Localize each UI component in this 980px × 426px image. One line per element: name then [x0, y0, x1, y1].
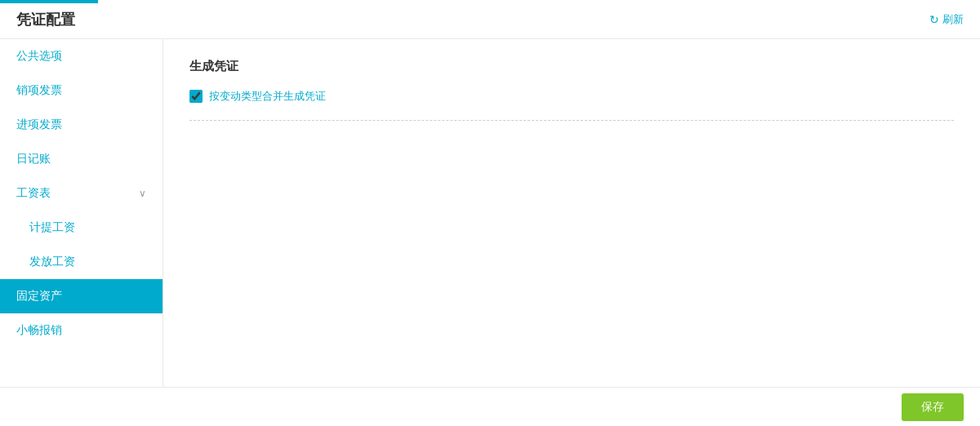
sidebar-item-fixed-assets[interactable]: 固定资产 [0, 279, 163, 313]
section-title: 生成凭证 [189, 59, 954, 74]
sidebar-item-payroll-accrual[interactable]: 计提工资 [0, 211, 163, 245]
sidebar-item-label: 固定资产 [16, 289, 62, 304]
sidebar-item-sales-invoice[interactable]: 销项发票 [0, 73, 163, 108]
save-button[interactable]: 保存 [902, 393, 964, 421]
sidebar-item-label: 日记账 [16, 152, 51, 166]
sidebar-item-label: 销项发票 [16, 83, 62, 98]
sidebar-item-label: 计提工资 [29, 220, 75, 235]
sidebar-item-payroll-payment[interactable]: 发放工资 [0, 245, 163, 279]
main-layout: 公共选项销项发票进项发票日记账工资表∨计提工资发放工资固定资产小畅报销 生成凭证… [0, 39, 980, 387]
sidebar-item-purchase-invoice[interactable]: 进项发票 [0, 108, 163, 142]
page-header: 凭证配置 ↻ 刷新 [0, 0, 980, 39]
page-footer: 保存 [0, 387, 980, 426]
merge-checkbox-label[interactable]: 按变动类型合并生成凭证 [209, 89, 326, 104]
sidebar-item-label: 小畅报销 [16, 323, 62, 338]
tab-indicator [0, 0, 98, 3]
refresh-label: 刷新 [942, 12, 964, 27]
sidebar-item-payroll[interactable]: 工资表∨ [0, 176, 163, 211]
merge-checkbox[interactable] [189, 90, 203, 103]
refresh-button[interactable]: ↻ 刷新 [929, 12, 964, 27]
sidebar-item-public-options[interactable]: 公共选项 [0, 39, 163, 73]
chevron-down-icon: ∨ [139, 188, 146, 199]
checkbox-row: 按变动类型合并生成凭证 [189, 89, 954, 104]
sidebar-item-label: 进项发票 [16, 118, 62, 132]
refresh-icon: ↻ [929, 13, 939, 26]
sidebar: 公共选项销项发票进项发票日记账工资表∨计提工资发放工资固定资产小畅报销 [0, 39, 163, 387]
section-divider [189, 120, 954, 121]
sidebar-item-label: 工资表 [16, 186, 51, 201]
main-content: 生成凭证 按变动类型合并生成凭证 [163, 39, 980, 387]
page-title: 凭证配置 [16, 10, 75, 29]
sidebar-item-expense-report[interactable]: 小畅报销 [0, 313, 163, 348]
sidebar-item-journal[interactable]: 日记账 [0, 142, 163, 176]
sidebar-item-label: 发放工资 [29, 255, 75, 269]
sidebar-item-label: 公共选项 [16, 49, 62, 64]
